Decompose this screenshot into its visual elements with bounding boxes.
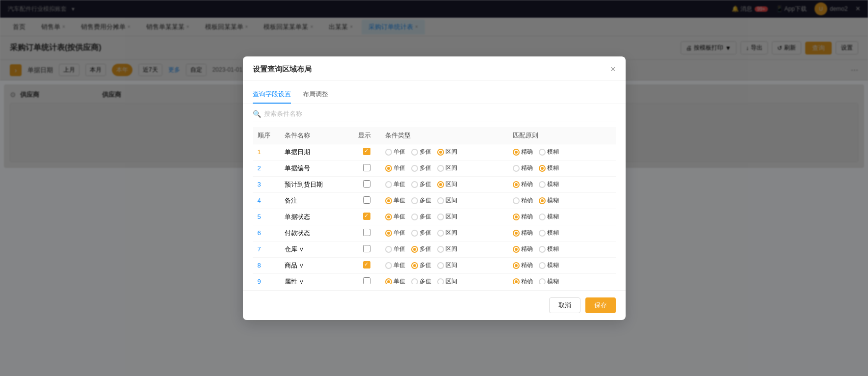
settings-dialog: 设置查询区域布局 × 查询字段设置 布局调整 🔍 xyxy=(243,56,626,172)
dialog-title: 设置查询区域布局 xyxy=(253,65,312,74)
radio-circle-icon xyxy=(437,149,444,156)
row-type-group: 单值多值区间 xyxy=(385,164,503,172)
row-checkbox-checked[interactable] xyxy=(363,148,370,155)
col-order-header: 顺序 xyxy=(253,127,280,144)
radio-circle-icon xyxy=(539,149,546,156)
row-type-option-多值[interactable]: 多值 xyxy=(411,164,431,172)
radio-label-text: 精确 xyxy=(521,148,533,156)
row-condition-name: 单据编号 xyxy=(280,160,353,172)
radio-circle-icon xyxy=(513,165,520,172)
modal-overlay: 设置查询区域布局 × 查询字段设置 布局调整 🔍 xyxy=(0,0,868,172)
radio-circle-icon xyxy=(411,165,418,172)
radio-label-text: 多值 xyxy=(420,148,431,156)
radio-label-text: 模糊 xyxy=(547,148,559,156)
conditions-table-scroll: 顺序 条件名称 显示 条件类型 匹配原则 1单据日期单值多值区间精确模糊2单据编… xyxy=(253,127,616,172)
col-show-header: 显示 xyxy=(353,127,380,144)
dialog-tab-layout[interactable]: 布局调整 xyxy=(303,87,328,104)
col-match-header: 匹配原则 xyxy=(508,127,616,144)
dialog-tab-layout-label: 布局调整 xyxy=(303,90,328,98)
row-match-group: 精确模糊 xyxy=(513,164,611,172)
row-condition-name: 单据日期 xyxy=(280,144,353,160)
radio-label-text: 单值 xyxy=(394,148,405,156)
radio-label-text: 多值 xyxy=(420,164,431,172)
dialog-tab-bar: 查询字段设置 布局调整 xyxy=(243,81,626,104)
table-head: 顺序 条件名称 显示 条件类型 匹配原则 xyxy=(253,127,616,144)
conditions-table: 顺序 条件名称 显示 条件类型 匹配原则 1单据日期单值多值区间精确模糊2单据编… xyxy=(253,127,616,172)
dialog-header: 设置查询区域布局 × xyxy=(243,56,626,81)
row-type-option-单值[interactable]: 单值 xyxy=(385,148,405,156)
dialog-body: 🔍 顺序 条件名称 显示 条件类型 匹配原则 xyxy=(243,104,626,172)
row-type-option-单值[interactable]: 单值 xyxy=(385,164,405,172)
row-order-num: 1 xyxy=(258,148,261,156)
row-type-option-区间[interactable]: 区间 xyxy=(437,148,457,156)
table-header-row: 顺序 条件名称 显示 条件类型 匹配原则 xyxy=(253,127,616,144)
radio-circle-icon xyxy=(437,165,444,172)
row-match-option-精确[interactable]: 精确 xyxy=(513,164,533,172)
radio-label-text: 区间 xyxy=(446,164,457,172)
table-row: 2单据编号单值多值区间精确模糊 xyxy=(253,160,616,172)
row-checkbox[interactable] xyxy=(363,164,370,171)
row-match-option-模糊[interactable]: 模糊 xyxy=(539,164,559,172)
row-order-num: 2 xyxy=(258,164,261,172)
search-icon: 🔍 xyxy=(253,110,261,118)
radio-label-text: 精确 xyxy=(521,164,533,172)
row-match-group: 精确模糊 xyxy=(513,148,611,156)
row-type-option-多值[interactable]: 多值 xyxy=(411,148,431,156)
dialog-tab-fields[interactable]: 查询字段设置 xyxy=(253,87,291,104)
table-row: 1单据日期单值多值区间精确模糊 xyxy=(253,144,616,160)
radio-circle-icon xyxy=(411,149,418,156)
dialog-search-bar: 🔍 xyxy=(253,110,616,122)
row-match-option-模糊[interactable]: 模糊 xyxy=(539,148,559,156)
col-name-header: 条件名称 xyxy=(280,127,353,144)
radio-label-text: 区间 xyxy=(446,148,457,156)
dialog-tab-fields-label: 查询字段设置 xyxy=(253,90,291,98)
radio-label-text: 单值 xyxy=(394,164,405,172)
radio-circle-icon xyxy=(385,149,392,156)
conditions-tbody: 1单据日期单值多值区间精确模糊2单据编号单值多值区间精确模糊3预计到货日期单值多… xyxy=(253,144,616,172)
radio-label-text: 模糊 xyxy=(547,164,559,172)
dialog-close-button[interactable]: × xyxy=(610,64,616,75)
row-type-group: 单值多值区间 xyxy=(385,148,503,156)
radio-circle-icon xyxy=(385,165,392,172)
row-type-option-区间[interactable]: 区间 xyxy=(437,164,457,172)
row-match-option-精确[interactable]: 精确 xyxy=(513,148,533,156)
radio-circle-icon xyxy=(539,165,546,172)
radio-circle-icon xyxy=(513,149,520,156)
search-input[interactable] xyxy=(264,110,352,117)
col-type-header: 条件类型 xyxy=(380,127,508,144)
